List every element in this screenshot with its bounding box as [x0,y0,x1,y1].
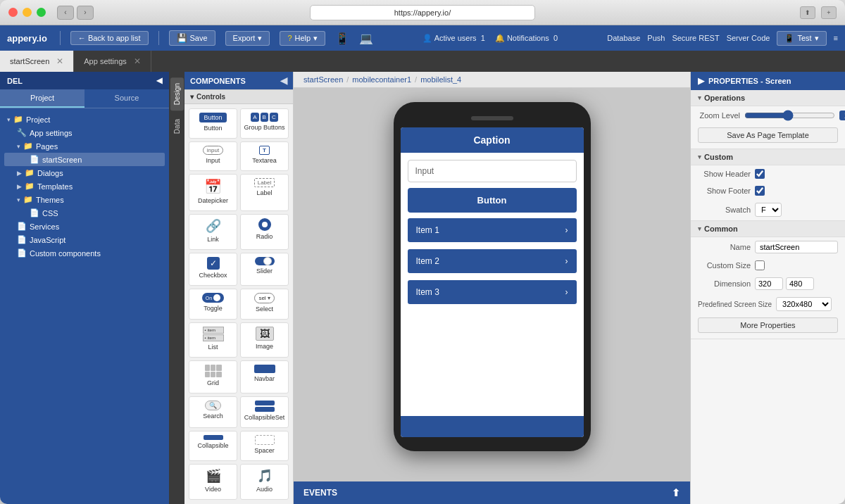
more-options-btn[interactable]: ≡ [834,34,838,42]
comp-collapsibleset[interactable]: CollapsibleSet [240,396,289,428]
phone-list-item-3[interactable]: Item 3 › [408,280,577,304]
dimension-width-input[interactable] [755,277,783,290]
events-expand-icon[interactable]: ⬆ [672,487,680,498]
comp-search[interactable]: 🔍 Search [189,396,237,428]
controls-section-header[interactable]: ▾ Controls [184,89,293,104]
comp-radio[interactable]: Radio [240,214,289,250]
comp-collapsible[interactable]: Collapsible [189,431,237,461]
custom-section-header[interactable]: ▾ Custom [691,149,845,165]
tab-close-icon[interactable]: ✕ [56,56,63,66]
comp-label[interactable]: Label Label [240,174,289,211]
comp-navbar[interactable]: Navbar [240,360,289,393]
comp-button[interactable]: Button Button [189,108,237,139]
events-bar[interactable]: EVENTS ⬆ [294,481,690,504]
link-comp-icon: 🔗 [206,218,221,234]
secure-rest-btn[interactable]: Secure REST [672,34,719,42]
push-btn[interactable]: Push [647,34,665,42]
tree-arrow-icon: ▶ [17,183,22,190]
mac-window-controls [8,8,46,17]
export-button[interactable]: Export ▾ [225,31,270,46]
tree-item-dialogs[interactable]: ▶ 📁 Dialogs [4,166,165,179]
predefined-size-select[interactable]: 320x480 480x800 768x1024 [776,297,832,311]
comp-video[interactable]: 🎬 Video [189,464,237,500]
more-properties-button[interactable]: More Properties [698,317,838,333]
comp-link[interactable]: 🔗 Link [189,214,237,250]
save-button[interactable]: 💾 Save [169,30,215,46]
back-to-app-list-button[interactable]: ← Back to app list [70,31,149,45]
phone-list-item-1[interactable]: Item 1 › [408,218,577,242]
database-btn[interactable]: Database [607,34,640,42]
phone-button[interactable]: Button [408,188,577,213]
help-button[interactable]: ? Help ▾ [280,31,325,46]
mac-back-btn[interactable]: ‹ [57,6,74,20]
tree-item-javascript[interactable]: 📄 JavaScript [4,233,165,246]
custom-size-checkbox[interactable] [755,260,765,270]
operations-section-header[interactable]: ▾ Operations [691,90,845,106]
tree-item-templates[interactable]: ▶ 📁 Templates [4,179,165,193]
mac-share-btn[interactable]: ⬆ [800,6,815,19]
comp-group-buttons[interactable]: A B C Group Buttons [240,108,289,139]
tree-item-pages[interactable]: ▾ 📁 Pages [4,139,165,153]
vert-tab-design[interactable]: Design [170,77,184,111]
breadcrumb-start-screen[interactable]: startScreen [303,75,343,84]
mobile-device-icon[interactable]: 📱 [335,32,349,45]
tree-item-app-settings[interactable]: 🔧 App settings [4,126,165,139]
comp-list[interactable]: •item •item List [189,322,237,358]
common-section-header[interactable]: ▾ Common [691,221,845,237]
sidebar-tab-project[interactable]: Project [0,89,84,108]
test-button[interactable]: 📱 Test ▾ [777,31,826,46]
comp-toggle[interactable]: On Toggle [189,289,237,320]
components-panel: COMPONENTS ◀ ▾ Controls Button Button A [184,72,294,504]
comp-input[interactable]: input Input [189,141,237,171]
tab-close-icon-2[interactable]: ✕ [134,56,141,66]
sidebar-tab-source[interactable]: Source [84,89,169,108]
tree-item-start-screen[interactable]: 📄 startScreen [4,153,165,166]
mac-min-btn[interactable] [23,8,32,17]
comp-slider[interactable]: Slider [240,253,289,286]
tree-item-services[interactable]: 📄 Services [4,220,165,233]
breadcrumb-list[interactable]: mobilelist_4 [420,75,461,84]
sidebar-collapse-icon[interactable]: ◀ [156,76,162,85]
comp-select[interactable]: sel▾ Select [240,289,289,320]
server-code-btn[interactable]: Server Code [727,34,770,42]
zoom-slider[interactable] [744,110,835,121]
tablet-device-icon[interactable]: 💻 [359,32,373,45]
comp-image[interactable]: 🖼 Image [240,322,289,358]
tree-item-css[interactable]: 📄 CSS [4,206,165,220]
breadcrumb: startScreen / mobilecontainer1 / mobilel… [294,72,690,88]
canvas-scroll[interactable]: Caption Input Button Item 1 [294,88,690,481]
comp-datepicker[interactable]: 📅 Datepicker [189,174,237,211]
save-as-page-template-button[interactable]: Save As Page Template [698,127,838,143]
components-collapse-icon[interactable]: ◀ [280,75,287,86]
mac-forward-btn[interactable]: › [77,6,94,20]
navbar-comp-icon [254,365,275,373]
name-input[interactable] [755,241,838,253]
page-icon: 📄 [30,208,39,218]
mac-new-tab-btn[interactable]: + [821,6,837,19]
vert-tab-data[interactable]: Data [170,113,184,139]
show-footer-checkbox[interactable] [755,186,765,196]
tab-start-screen[interactable]: startScreen ✕ [0,51,74,72]
vertical-tabs: Design Data [169,72,184,504]
comp-spacer[interactable]: Spacer [240,431,289,461]
breadcrumb-container[interactable]: mobilecontainer1 [352,75,411,84]
tree-arrow-icon: ▾ [17,143,20,150]
comp-grid[interactable]: Grid [189,360,237,393]
tree-item-custom-components[interactable]: 📄 Custom components [4,246,165,260]
notifications-label[interactable]: 🔔 Notifications 0 [495,34,558,43]
comp-checkbox[interactable]: ✓ Checkbox [189,253,237,286]
phone-input[interactable]: Input [408,160,577,182]
tab-app-settings[interactable]: App settings ✕ [74,51,151,72]
mac-close-btn[interactable] [8,8,18,17]
url-bar[interactable]: https://appery.io/ [310,5,535,20]
phone-header: Caption [401,127,584,153]
tree-item-project[interactable]: ▾ 📁 Project [4,113,165,126]
tree-item-themes[interactable]: ▾ 📁 Themes [4,193,165,206]
comp-audio[interactable]: 🎵 Audio [240,464,289,500]
mac-max-btn[interactable] [37,8,46,17]
dimension-height-input[interactable] [786,277,814,290]
show-header-checkbox[interactable] [755,169,765,179]
comp-textarea[interactable]: T Textarea [240,141,289,171]
phone-list-item-2[interactable]: Item 2 › [408,249,577,273]
swatch-select[interactable]: F A B C [755,203,782,217]
